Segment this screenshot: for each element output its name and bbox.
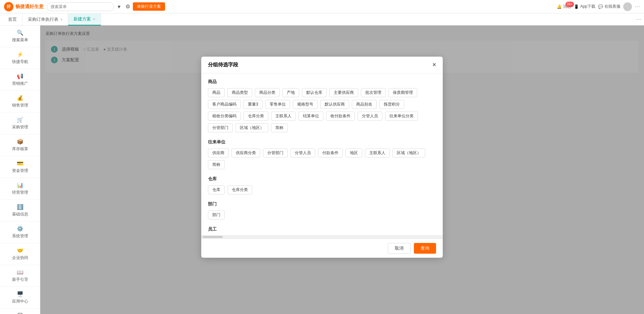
- modal-horizontal-scrollbar[interactable]: [201, 235, 443, 238]
- field-tag-partner-8[interactable]: 简称: [208, 160, 225, 169]
- sidebar-item-system[interactable]: ⚙️ 系统管理: [0, 222, 40, 243]
- online-service-btn[interactable]: 💬 在线客服: [598, 4, 621, 9]
- field-tag-goods-17[interactable]: 主联系人: [271, 112, 296, 121]
- field-tag-goods-3[interactable]: 产地: [282, 88, 299, 97]
- field-tag-goods-21[interactable]: 往来单位分类: [385, 112, 418, 121]
- tab-expand-icon[interactable]: ⋯: [636, 16, 641, 22]
- modal-close-button[interactable]: ×: [432, 61, 436, 68]
- field-tags-goods: 商品商品类型商品分类产地默认仓库主要供应商批次管理保质期管理客户商品编码重量3零…: [208, 88, 436, 132]
- field-tag-warehouse-0[interactable]: 仓库: [208, 185, 225, 194]
- section-department: 部门部门: [208, 201, 436, 219]
- field-tag-goods-8[interactable]: 客户商品编码: [208, 100, 241, 109]
- confirm-button[interactable]: 查询: [414, 243, 436, 254]
- cancel-button[interactable]: 取消: [388, 243, 411, 254]
- tab-purchase-list-label: 采购订单执行表: [28, 16, 58, 22]
- sidebar-item-quick-nav[interactable]: ⚡ 快捷导航: [0, 47, 40, 69]
- field-tag-goods-24[interactable]: 简称: [271, 123, 288, 132]
- field-tag-partner-1[interactable]: 供应商分类: [231, 148, 260, 158]
- field-tags-department: 部门: [208, 210, 436, 219]
- field-tag-goods-19[interactable]: 收付款条件: [326, 112, 355, 121]
- section-employee: 员工业务员: [208, 226, 436, 236]
- sidebar-item-finance[interactable]: 💳 资金管理: [0, 156, 40, 178]
- field-tag-goods-7[interactable]: 保质期管理: [388, 88, 417, 97]
- section-warehouse: 仓库仓库仓库分类: [208, 176, 436, 194]
- app-title: 畅捷通好生意: [15, 4, 44, 10]
- tab-new-plan[interactable]: 新建方案 ×: [68, 13, 101, 25]
- sidebar-item-wechat[interactable]: 💬 企业微信: [0, 309, 40, 314]
- field-tag-department-0[interactable]: 部门: [208, 210, 225, 219]
- field-tag-goods-9[interactable]: 重量3: [244, 100, 263, 109]
- system-icon: ⚙️: [17, 226, 23, 232]
- field-tag-goods-2[interactable]: 商品分类: [255, 88, 280, 97]
- sidebar-item-apps[interactable]: 🖥️ 应用中心: [0, 287, 40, 309]
- field-tag-goods-4[interactable]: 默认仓库: [302, 88, 327, 97]
- sidebar-item-sales[interactable]: 💰 销售管理: [0, 91, 40, 113]
- collab-icon: 🤝: [17, 247, 23, 254]
- field-tag-goods-16[interactable]: 仓库分类: [244, 112, 268, 121]
- expand-icon: ⋯: [635, 3, 640, 10]
- tab-new-plan-close[interactable]: ×: [93, 17, 95, 21]
- field-tag-goods-0[interactable]: 商品: [208, 88, 225, 97]
- section-title-goods: 商品: [208, 79, 436, 85]
- field-tag-goods-6[interactable]: 批次管理: [361, 88, 386, 97]
- field-tag-partner-2[interactable]: 分管部门: [263, 148, 288, 158]
- notification-badge: 99+: [566, 2, 574, 7]
- section-goods: 商品商品商品类型商品分类产地默认仓库主要供应商批次管理保质期管理客户商品编码重量…: [208, 79, 436, 132]
- sidebar-system-label: 系统管理: [12, 233, 28, 239]
- app-download-label: App下载: [580, 4, 595, 9]
- operations-icon: 📊: [17, 182, 23, 188]
- sidebar-item-basics[interactable]: ℹ️ 基础信息: [0, 200, 40, 222]
- sidebar-operations-label: 经营管理: [12, 190, 28, 195]
- field-tag-partner-7[interactable]: 区域（地区）: [392, 148, 425, 158]
- field-tag-goods-11[interactable]: 规格型号: [293, 100, 318, 109]
- field-tag-partner-6[interactable]: 主联系人: [365, 148, 390, 158]
- field-tag-partner-3[interactable]: 分管人员: [290, 148, 315, 158]
- settings-icon[interactable]: ⚙: [125, 3, 130, 10]
- app-download-btn[interactable]: 📱 App下载: [574, 4, 595, 9]
- field-tag-goods-14[interactable]: 拣货积分: [379, 100, 404, 109]
- field-tag-goods-1[interactable]: 商品类型: [227, 88, 252, 97]
- field-tag-partner-4[interactable]: 付款条件: [318, 148, 343, 158]
- sidebar-item-search[interactable]: 🔍 搜索菜单: [0, 25, 40, 47]
- tab-home[interactable]: 首页: [3, 13, 22, 25]
- field-tags-partner: 供应商供应商分类分管部门分管人员付款条件地区主联系人区域（地区）简称: [208, 148, 436, 169]
- tab-home-label: 首页: [8, 16, 17, 22]
- top-bar: 好 畅捷通好生意 ▼ ⚙ 体验行业方案 🔔 消息 99+ 📱 App下载 💬 在…: [0, 0, 644, 13]
- logo-area: 好 畅捷通好生意: [4, 2, 44, 11]
- tab-purchase-list[interactable]: 采购订单执行表 ×: [22, 13, 68, 25]
- sidebar-item-guide[interactable]: 📖 新手引导: [0, 265, 40, 287]
- section-title-partner: 往来单位: [208, 139, 436, 145]
- modal-body: 商品商品商品类型商品分类产地默认仓库主要供应商批次管理保质期管理客户商品编码重量…: [201, 73, 443, 236]
- search-input[interactable]: [47, 2, 114, 11]
- experience-button[interactable]: 体验行业方案: [133, 2, 165, 11]
- field-tag-goods-5[interactable]: 主要供应商: [329, 88, 358, 97]
- logo-icon: 好: [4, 2, 13, 11]
- sidebar-item-marketing[interactable]: 📢 营销推广: [0, 69, 40, 91]
- modal-header: 分组待选字段 ×: [201, 57, 443, 73]
- search-icon[interactable]: ▼: [117, 4, 121, 9]
- modal-title: 分组待选字段: [208, 62, 238, 68]
- tab-purchase-close[interactable]: ×: [60, 17, 62, 21]
- section-title-warehouse: 仓库: [208, 176, 436, 182]
- sidebar-item-collab[interactable]: 🤝 企业协同: [0, 243, 40, 265]
- sidebar-search-label: 搜索菜单: [12, 37, 28, 43]
- field-tag-partner-5[interactable]: 地区: [345, 148, 362, 158]
- field-tag-goods-10[interactable]: 零售单位: [265, 100, 290, 109]
- avatar[interactable]: [623, 2, 632, 11]
- notification-btn[interactable]: 🔔 消息 99+: [557, 4, 571, 9]
- field-tag-goods-18[interactable]: 结算单位: [299, 112, 323, 121]
- field-tag-partner-0[interactable]: 供应商: [208, 148, 229, 158]
- field-tag-goods-15[interactable]: 税收分类编码: [208, 112, 241, 121]
- sidebar-item-inventory[interactable]: 📦 库存核算: [0, 134, 40, 156]
- field-tag-goods-23[interactable]: 区域（地区）: [235, 123, 268, 132]
- field-tag-goods-22[interactable]: 分管部门: [208, 123, 233, 132]
- sidebar-collab-label: 企业协同: [12, 255, 28, 261]
- sidebar-item-purchase[interactable]: 🛒 采购管理: [0, 113, 40, 134]
- field-tag-goods-20[interactable]: 分管人员: [358, 112, 382, 121]
- field-tag-goods-13[interactable]: 商品别名: [352, 100, 377, 109]
- sidebar-item-operations[interactable]: 📊 经营管理: [0, 178, 40, 200]
- field-tag-goods-12[interactable]: 默认供应商: [320, 100, 349, 109]
- field-tag-warehouse-1[interactable]: 仓库分类: [227, 185, 252, 194]
- tab-new-plan-label: 新建方案: [73, 16, 91, 22]
- sales-icon: 💰: [17, 95, 23, 101]
